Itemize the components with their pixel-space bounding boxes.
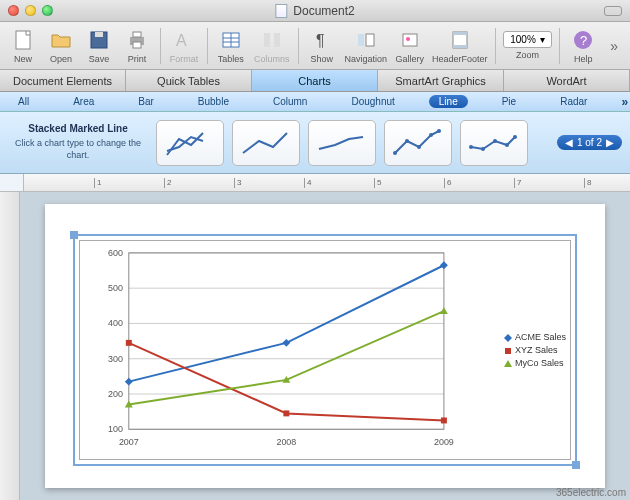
navigation-icon — [354, 28, 378, 52]
zoom-value-box[interactable]: 100% ▾ — [503, 31, 552, 48]
svg-marker-57 — [440, 307, 448, 314]
svg-rect-52 — [126, 340, 132, 346]
chart-gallery-ribbon: Stacked Marked Line Click a chart type t… — [0, 112, 630, 174]
subtab-line[interactable]: Line — [429, 95, 468, 108]
open-button[interactable]: Open — [44, 26, 78, 66]
legend-item[interactable]: MyCo Sales — [503, 358, 566, 368]
svg-rect-16 — [403, 34, 417, 46]
svg-rect-53 — [283, 410, 289, 416]
tab-document-elements[interactable]: Document Elements — [0, 70, 126, 91]
subtab-column[interactable]: Column — [263, 95, 317, 108]
subtab-all[interactable]: All — [8, 95, 39, 108]
gallery-icon — [398, 28, 422, 52]
pager-next-icon[interactable]: ▶ — [606, 137, 614, 148]
chart-selection-frame[interactable]: 100200300400500600200720082009 ACME Sale… — [73, 234, 577, 466]
svg-point-24 — [405, 139, 409, 143]
svg-marker-50 — [282, 339, 290, 347]
document-page[interactable]: 100200300400500600200720082009 ACME Sale… — [45, 204, 605, 488]
toolbar-separator — [207, 28, 208, 64]
zoom-window-icon[interactable] — [42, 5, 53, 16]
toolbar-separator — [495, 28, 496, 64]
chart-thumb-5[interactable] — [460, 120, 528, 166]
ribbon-title: Stacked Marked Line — [8, 123, 148, 134]
titlebar: Document2 — [0, 0, 630, 22]
new-button[interactable]: New — [6, 26, 40, 66]
svg-rect-15 — [366, 34, 374, 46]
toolbar-overflow-icon[interactable]: » — [604, 38, 624, 54]
navigation-button[interactable]: Navigation — [343, 26, 389, 66]
chart-thumb-3[interactable] — [308, 120, 376, 166]
subtab-bar[interactable]: Bar — [128, 95, 164, 108]
print-button[interactable]: Print — [120, 26, 154, 66]
titlebar-pill-icon[interactable] — [604, 6, 622, 16]
horizontal-ruler[interactable]: 12345678 — [24, 174, 630, 191]
svg-point-31 — [505, 143, 509, 147]
legend-marker-icon — [503, 346, 511, 354]
show-button[interactable]: ¶ Show — [305, 26, 339, 66]
help-button[interactable]: ? Help — [566, 26, 600, 66]
svg-text:100: 100 — [108, 424, 123, 434]
toolbar-separator — [298, 28, 299, 64]
window-title: Document2 — [293, 4, 354, 18]
subtab-area[interactable]: Area — [63, 95, 104, 108]
svg-text:300: 300 — [108, 354, 123, 364]
svg-text:200: 200 — [108, 389, 123, 399]
save-disk-icon — [87, 28, 111, 52]
svg-text:600: 600 — [108, 248, 123, 258]
chart-thumb-1[interactable] — [156, 120, 224, 166]
svg-marker-60 — [504, 360, 512, 367]
subtab-doughnut[interactable]: Doughnut — [341, 95, 404, 108]
zoom-control[interactable]: 100% ▾ Zoom — [502, 29, 554, 62]
embedded-chart[interactable]: 100200300400500600200720082009 ACME Sale… — [79, 240, 571, 460]
subtab-bubble[interactable]: Bubble — [188, 95, 239, 108]
legend-label: MyCo Sales — [515, 358, 564, 368]
minimize-window-icon[interactable] — [25, 5, 36, 16]
chart-type-tabs: All Area Bar Bubble Column Doughnut Line… — [0, 92, 630, 112]
columns-button: Columns — [252, 26, 292, 66]
legend-label: ACME Sales — [515, 332, 566, 342]
svg-rect-59 — [505, 348, 511, 354]
close-window-icon[interactable] — [8, 5, 19, 16]
header-footer-icon — [448, 28, 472, 52]
svg-point-28 — [469, 145, 473, 149]
svg-rect-0 — [16, 31, 30, 49]
tab-charts[interactable]: Charts — [252, 70, 378, 91]
svg-point-26 — [429, 133, 433, 137]
page-viewport[interactable]: 100200300400500600200720082009 ACME Sale… — [20, 192, 630, 500]
chart-legend[interactable]: ACME SalesXYZ SalesMyCo Sales — [503, 329, 566, 371]
svg-point-17 — [406, 37, 410, 41]
svg-marker-58 — [504, 334, 512, 342]
toolbar-separator — [160, 28, 161, 64]
save-button[interactable]: Save — [82, 26, 116, 66]
tables-button[interactable]: Tables — [214, 26, 248, 66]
open-folder-icon — [49, 28, 73, 52]
svg-rect-20 — [453, 45, 467, 48]
subtab-pie[interactable]: Pie — [492, 95, 526, 108]
svg-text:¶: ¶ — [316, 32, 325, 49]
legend-item[interactable]: ACME Sales — [503, 332, 566, 342]
svg-rect-19 — [453, 32, 467, 35]
svg-rect-14 — [358, 34, 364, 46]
columns-icon — [260, 28, 284, 52]
tab-wordart[interactable]: WordArt — [504, 70, 630, 91]
tab-quick-tables[interactable]: Quick Tables — [126, 70, 252, 91]
help-icon: ? — [571, 28, 595, 52]
ruler-row: 12345678 — [0, 174, 630, 192]
chart-thumb-2[interactable] — [232, 120, 300, 166]
chart-plot-svg: 100200300400500600200720082009 — [80, 241, 570, 459]
vertical-ruler[interactable] — [0, 192, 20, 500]
headerfooter-button[interactable]: HeaderFooter — [431, 26, 489, 66]
svg-text:A: A — [176, 32, 187, 49]
svg-text:?: ? — [580, 33, 587, 48]
legend-item[interactable]: XYZ Sales — [503, 345, 566, 355]
ribbon-hint: Click a chart type to change the chart. — [8, 138, 148, 161]
subtab-overflow-icon[interactable]: » — [621, 95, 628, 109]
svg-rect-54 — [441, 417, 447, 423]
chart-thumb-4[interactable] — [384, 120, 452, 166]
gallery-button[interactable]: Gallery — [393, 26, 427, 66]
subtab-radar[interactable]: Radar — [550, 95, 597, 108]
svg-point-27 — [437, 129, 441, 133]
svg-text:400: 400 — [108, 318, 123, 328]
tab-smartart-graphics[interactable]: SmartArt Graphics — [378, 70, 504, 91]
pager-prev-icon[interactable]: ◀ — [565, 137, 573, 148]
